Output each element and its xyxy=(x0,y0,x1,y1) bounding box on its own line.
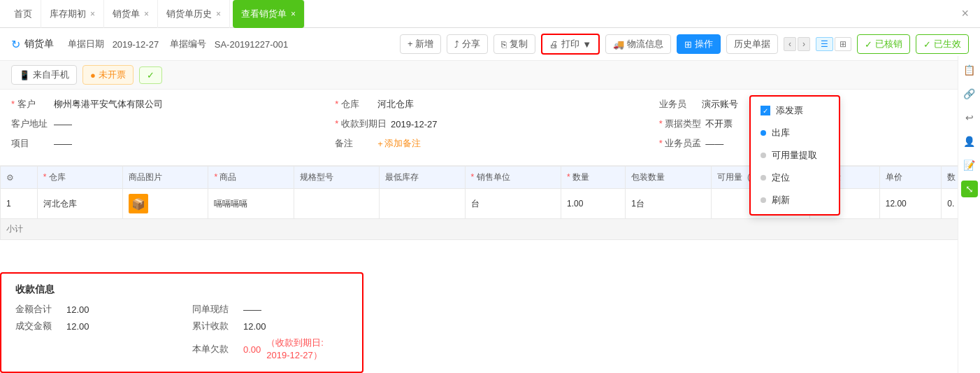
customer-label: 客户 xyxy=(11,98,50,111)
warehouse-field: 仓库 河北仓库 xyxy=(335,98,644,111)
summary-same-settle: 同单现结 —— xyxy=(192,303,348,316)
row-warehouse: 河北仓库 xyxy=(37,189,122,219)
grid-view-button[interactable]: ⊞ xyxy=(835,37,851,51)
note-field: 备注 + 添加备注 xyxy=(335,137,644,150)
copy-button[interactable]: ⎘ 复制 xyxy=(493,34,535,54)
customer-field: 客户 柳州粤港平安气体有限公司 xyxy=(11,98,321,111)
close-tab-inventory[interactable]: × xyxy=(90,9,95,19)
operation-icon: ⊞ xyxy=(684,39,692,50)
confirm-button[interactable]: ✓ xyxy=(139,66,162,84)
col-product-img: 商品图片 xyxy=(123,167,208,189)
refresh-label: 刷新 xyxy=(772,194,790,206)
print-dropdown-arrow: ▼ xyxy=(582,39,591,50)
staff-value: 演示账号 xyxy=(702,98,738,111)
row-unit: 台 xyxy=(465,189,561,219)
right-panel-icon-3[interactable]: ↩ xyxy=(961,109,978,126)
plus-icon: + xyxy=(377,139,383,149)
row-product: 嗝嗝嗝嗝 xyxy=(208,189,294,219)
doc-type-label: 销货单 xyxy=(24,38,54,50)
share-icon: ⤴ xyxy=(454,39,459,50)
prev-record-button[interactable]: ‹ xyxy=(784,37,796,51)
operation-button[interactable]: ⊞ 操作 xyxy=(677,34,721,54)
same-settle-value: —— xyxy=(243,304,261,315)
arrears-label: 本单欠款 xyxy=(192,343,238,356)
doc-actions: + 新增 ⤴ 分享 ⎘ 复制 🖨 打印 ▼ 🚚 物流信息 ⊞ 操作 xyxy=(400,34,969,55)
available-label: 可用量提取 xyxy=(772,149,817,162)
from-phone-button[interactable]: 📱 来自手机 xyxy=(11,65,77,85)
new-button[interactable]: + 新增 xyxy=(400,34,441,54)
row-spec xyxy=(294,189,379,219)
right-panel-icon-5[interactable]: 📝 xyxy=(961,157,978,174)
staff2-label: 业务员孟 xyxy=(659,137,702,150)
dropdown-locate[interactable]: 定位 xyxy=(751,167,839,189)
project-field: 项目 —— xyxy=(11,137,321,150)
refresh-dot xyxy=(761,197,766,203)
tab-view-sales[interactable]: 查看销货单 × xyxy=(233,0,305,28)
total-label: 金额合计 xyxy=(15,303,61,316)
subtotal-label: 小计 xyxy=(1,219,980,240)
note-label: 备注 xyxy=(335,137,373,150)
close-window-icon[interactable]: × xyxy=(956,6,974,21)
next-record-button[interactable]: › xyxy=(798,37,810,51)
due-date-field: 收款到期日 2019-12-27 xyxy=(335,118,644,130)
staff-label: 业务员 xyxy=(659,98,698,111)
close-tab-history[interactable]: × xyxy=(216,9,221,19)
invoice-label: 票据类型 xyxy=(659,118,702,130)
print-button[interactable]: 🖨 打印 ▼ xyxy=(541,34,600,55)
row-price: 12.00 xyxy=(879,189,942,219)
right-panel-icon-6[interactable]: ⤡ xyxy=(961,181,978,197)
col-price: 单价 xyxy=(879,167,942,189)
share-button[interactable]: ⤴ 分享 xyxy=(447,34,488,54)
doc-date-value: 2019-12-27 xyxy=(113,39,159,50)
total-received-label: 累计收款 xyxy=(192,320,238,332)
dropdown-add-invoice[interactable]: ✓ 添发票 xyxy=(751,99,839,122)
doc-meta: 单据日期 2019-12-27 单据编号 SA-20191227-001 xyxy=(68,38,288,50)
tab-inventory-init[interactable]: 库存期初 × xyxy=(41,0,104,28)
gear-icon[interactable]: ⚙ xyxy=(6,173,14,183)
check-icon: ✓ xyxy=(865,39,872,50)
nav-arrows: ‹ › xyxy=(784,37,810,51)
col-warehouse: 仓库 xyxy=(37,167,122,189)
row-no: 1 xyxy=(1,189,38,219)
doc-type-icon: ↻ xyxy=(11,38,20,51)
warehouse-label: 仓库 xyxy=(335,98,373,111)
close-tab-sales[interactable]: × xyxy=(144,9,149,19)
confirm-icon: ✓ xyxy=(147,70,154,80)
deal-amount-value: 12.00 xyxy=(66,321,89,332)
right-panel-icon-4[interactable]: 👤 xyxy=(961,133,978,150)
summary-total-received: 累计收款 12.00 xyxy=(192,320,348,332)
cancelled-button[interactable]: ✓ 已核销 xyxy=(857,34,910,54)
add-note-text: 添加备注 xyxy=(384,137,421,150)
dropdown-outbound[interactable]: 出库 xyxy=(751,122,839,144)
arrears-value: 0.00 xyxy=(243,344,261,355)
col-settings[interactable]: ⚙ xyxy=(1,167,38,189)
arrears-note: （收款到期日: 2019-12-27） xyxy=(266,337,348,362)
tab-sales-order[interactable]: 销货单 × xyxy=(104,0,158,28)
logistics-icon: 🚚 xyxy=(613,39,624,50)
logistics-button[interactable]: 🚚 物流信息 xyxy=(605,34,671,54)
row-product-img: 📦 xyxy=(123,189,208,219)
ticket-icon: ● xyxy=(90,70,96,80)
tab-bar: 首页 库存期初 × 销货单 × 销货单历史 × 查看销货单 × × xyxy=(0,0,980,28)
right-panel-icon-1[interactable]: 📋 xyxy=(961,62,978,78)
toolbar-row: 📱 来自手机 ● 未开票 ✓ xyxy=(0,61,980,90)
right-panel-icon-2[interactable]: 🔗 xyxy=(961,85,978,102)
summary-title: 收款信息 xyxy=(15,283,348,296)
doc-title: ↻ 销货单 xyxy=(11,38,54,51)
dropdown-refresh[interactable]: 刷新 xyxy=(751,189,839,211)
not-open-button[interactable]: ● 未开票 xyxy=(82,65,134,85)
invoice-value: 不开票 xyxy=(705,118,733,130)
list-view-button[interactable]: ☰ xyxy=(816,37,833,51)
dropdown-available[interactable]: 可用量提取 xyxy=(751,144,839,167)
product-image: 📦 xyxy=(129,194,148,213)
doc-number-label: 单据编号 SA-20191227-001 xyxy=(170,38,288,50)
due-date-label: 收款到期日 xyxy=(335,118,387,130)
close-tab-view[interactable]: × xyxy=(291,9,296,19)
tab-home[interactable]: 首页 xyxy=(6,0,41,28)
main-content: ↻ 销货单 单据日期 2019-12-27 单据编号 SA-20191227-0… xyxy=(0,28,980,373)
history-button[interactable]: 历史单据 xyxy=(726,34,778,54)
add-note-button[interactable]: + 添加备注 xyxy=(377,137,421,150)
outbound-dot xyxy=(761,130,766,136)
tab-sales-history[interactable]: 销货单历史 × xyxy=(158,0,230,28)
effective-button[interactable]: ✓ 已生效 xyxy=(916,34,969,54)
